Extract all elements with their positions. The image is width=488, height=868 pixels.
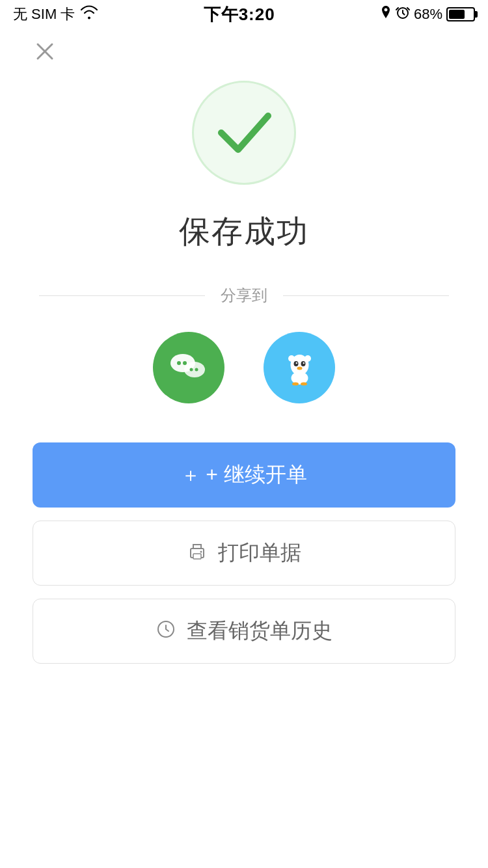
close-icon [35, 42, 55, 61]
history-label: 查看销货单历史 [187, 617, 332, 645]
svg-point-17 [301, 382, 307, 385]
location-icon [380, 5, 392, 23]
clock-icon [156, 619, 176, 644]
wechat-icon [166, 345, 211, 390]
svg-point-6 [184, 362, 205, 377]
share-icons [153, 332, 335, 403]
status-time: 下午3:20 [204, 3, 275, 26]
divider-line-left [39, 295, 205, 296]
status-left: 无 SIM 卡 [13, 5, 98, 24]
main-content: 保存成功 分享到 [0, 29, 488, 664]
success-title: 保存成功 [179, 211, 309, 252]
wifi-icon [80, 5, 98, 23]
svg-point-5 [183, 361, 187, 365]
battery-icon [446, 7, 475, 21]
share-label: 分享到 [205, 285, 283, 306]
qq-icon [278, 347, 321, 389]
svg-point-13 [303, 362, 304, 363]
svg-point-19 [305, 355, 311, 362]
svg-point-10 [293, 361, 298, 366]
svg-point-7 [190, 368, 193, 372]
battery-percent: 68% [414, 6, 442, 23]
print-button[interactable]: 打印单据 [33, 521, 455, 586]
wechat-share-button[interactable] [153, 332, 224, 403]
svg-point-12 [295, 362, 297, 363]
svg-point-16 [292, 382, 299, 385]
svg-point-14 [297, 366, 302, 370]
print-label: 打印单据 [218, 539, 301, 567]
svg-point-22 [200, 550, 202, 552]
print-icon [187, 541, 208, 566]
svg-rect-21 [193, 554, 201, 559]
checkmark-icon [215, 107, 273, 159]
continue-label: + 继续开单 [206, 461, 307, 489]
share-divider: 分享到 [0, 285, 488, 306]
no-sim-label: 无 SIM 卡 [13, 5, 75, 24]
svg-point-4 [177, 361, 181, 365]
action-buttons: ＋ + 继续开单 打印单据 查看销货单历 [0, 442, 488, 664]
svg-point-18 [288, 355, 295, 362]
status-right: 68% [380, 5, 475, 23]
continue-button[interactable]: ＋ + 继续开单 [33, 442, 455, 508]
svg-point-11 [301, 361, 305, 366]
close-button[interactable] [29, 35, 61, 68]
status-bar: 无 SIM 卡 下午3:20 68% [0, 0, 488, 29]
divider-line-right [283, 295, 449, 296]
success-icon-circle [192, 81, 296, 185]
qq-share-button[interactable] [264, 332, 335, 403]
alarm-icon [396, 5, 410, 23]
svg-point-8 [195, 368, 198, 372]
plus-icon: ＋ [181, 462, 200, 489]
history-button[interactable]: 查看销货单历史 [33, 599, 455, 664]
